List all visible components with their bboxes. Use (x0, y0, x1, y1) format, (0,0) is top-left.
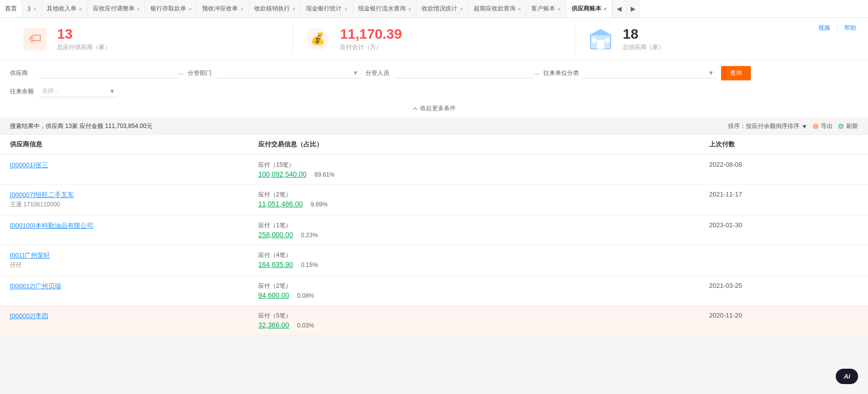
nav-tab-cash-stat-label: 现金银行统计 (306, 4, 342, 13)
filter-balance-select[interactable]: 选择... ▼ (39, 85, 118, 97)
table-body: [000001]张三 应付（15笔） 100,092,540.00 89.61%… (0, 155, 868, 335)
svg-text:💰: 💰 (310, 31, 325, 45)
help-link[interactable]: 帮助 (844, 24, 856, 32)
nav-arrow-left[interactable]: ◀ (612, 0, 626, 17)
stat-total-label: 应付合计（万） (340, 43, 402, 52)
transaction-amount-5[interactable]: 94,600.00 (258, 291, 289, 299)
filter-dept: 分管部门 ▼ (188, 68, 362, 78)
nav-tab-other-income[interactable]: 其他收入单 × (42, 0, 87, 17)
filter-person-label: 分管人员 (365, 69, 390, 77)
svg-text:↑: ↑ (815, 125, 817, 129)
export-button[interactable]: ↑ 导出 (812, 122, 833, 131)
collapse-button[interactable]: 收起更多条件 (10, 102, 858, 115)
nav-tab-adjust[interactable]: 应收应付调整单 × (88, 0, 145, 17)
nav-tab-overdue-close[interactable]: × (518, 6, 521, 12)
nav-tab-prepay-close[interactable]: × (240, 6, 243, 12)
nav-tab-customer-close[interactable]: × (558, 6, 561, 12)
top-navigation: 首页 3 × 其他收入单 × 应收应付调整单 × 银行存取款单 × 预收冲应收单… (0, 0, 868, 18)
supplier-link-1[interactable]: [000001]张三 (10, 161, 48, 169)
transaction-cell-1: 应付（15笔） 100,092,540.00 89.61% (258, 161, 709, 178)
nav-tab-collect-close[interactable]: × (292, 6, 295, 12)
transaction-pct-5: 0.08% (297, 292, 314, 299)
filter-supplier-dots[interactable]: ··· (178, 69, 184, 77)
nav-tab-supplier-close[interactable]: × (604, 6, 607, 12)
filter-person: 分管人员 ··· (365, 68, 539, 78)
search-button[interactable]: 查询 (721, 66, 751, 80)
transaction-amount-1[interactable]: 100,092,540.00 (258, 170, 306, 178)
last-pay-cell-6: 2020-11-20 (709, 312, 858, 319)
stat-total-suppliers: 18 总供应商（家） (575, 24, 858, 54)
nav-tab-customer[interactable]: 客户账本 × (526, 0, 566, 17)
results-info: 搜索结果中，供应商 13家 应付金额 111,703,854.00元 (10, 122, 152, 131)
supplier-link-6[interactable]: [000002]李四 (10, 312, 48, 320)
transaction-label-1: 应付（15笔） (258, 161, 709, 169)
nav-tab-prepay[interactable]: 预收冲应收单 × (197, 0, 249, 17)
nav-tab-supplier[interactable]: 供应商账本 × (567, 0, 612, 17)
nav-tab-adjust-close[interactable]: × (137, 6, 140, 12)
refresh-button[interactable]: ↻ 刷新 (838, 122, 858, 131)
transaction-pct-6: 0.03% (297, 322, 314, 329)
nav-tab-3-close[interactable]: × (33, 6, 36, 12)
collapse-text: 收起更多条件 (420, 104, 456, 113)
nav-tab-other-income-close[interactable]: × (79, 6, 82, 12)
sort-button[interactable]: 排序：按应付余额倒序排序 ▼ (728, 122, 807, 131)
table-row: [001]广州荣轩 仔仔 应付（4笔） 164,635.90 0.15% (0, 245, 868, 276)
transaction-amount-4[interactable]: 164,635.90 (258, 261, 293, 268)
nav-tab-cash-stat[interactable]: 现金银行统计 × (301, 0, 353, 17)
nav-tab-3[interactable]: 3 × (22, 0, 42, 17)
svg-marker-5 (589, 29, 613, 35)
nav-tab-bank-close[interactable]: × (189, 6, 192, 12)
collapse-icon (412, 106, 418, 112)
last-pay-cell-5: 2021-03-25 (709, 282, 858, 289)
table-row: [000012]广州贝瑞 应付（2笔） 94,600.00 0.08% 2021… (0, 276, 868, 306)
transaction-cell-6: 应付（5笔） 32,366.00 0.03% (258, 312, 709, 329)
nav-tab-bank[interactable]: 银行存取款单 × (145, 0, 197, 17)
filter-balance-value: 选择... (42, 87, 59, 95)
supplier-link-4[interactable]: [001]广州荣轩 (10, 252, 50, 259)
transaction-row-1: 100,092,540.00 89.61% (258, 169, 709, 178)
svg-rect-6 (597, 40, 604, 49)
supplier-cell-6: [000002]李四 (10, 312, 258, 321)
nav-tab-home[interactable]: 首页 (0, 0, 22, 17)
stat-icon-store (585, 24, 615, 54)
transaction-cell-2: 应付（2笔） 11,051,486.00 9.89% (258, 191, 709, 208)
supplier-link-5[interactable]: [000012]广州贝瑞 (10, 282, 61, 290)
link-divider: ｜ (834, 24, 840, 32)
stat-suppliers-content: 18 总供应商（家） (623, 26, 664, 52)
nav-tab-collect-label: 收款核销执行 (254, 4, 290, 13)
nav-tab-cash-flow-close[interactable]: × (408, 6, 411, 12)
filter-supplier-input[interactable] (39, 68, 178, 78)
supplier-cell-5: [000012]广州贝瑞 (10, 282, 258, 291)
nav-tab-collect-stat-label: 收款情况统计 (422, 4, 457, 13)
transaction-amount-6[interactable]: 32,366.00 (258, 321, 289, 329)
supplier-link-2[interactable]: [000007]恒旺二手叉车 (10, 191, 74, 198)
nav-tab-collect-stat-close[interactable]: × (460, 6, 463, 12)
transaction-pct-2: 9.89% (311, 201, 328, 208)
nav-tab-cash-stat-close[interactable]: × (344, 6, 347, 12)
filter-person-dots[interactable]: ··· (533, 69, 539, 77)
nav-tab-overdue[interactable]: 超期应收款查询 × (469, 0, 526, 17)
last-pay-1: 2022-08-08 (709, 161, 742, 168)
nav-tab-collect[interactable]: 收款核销执行 × (249, 0, 301, 17)
filter-supplier: 供应商 ··· (10, 68, 184, 78)
stat-payable-label: 总应付供应商（家） (57, 43, 111, 52)
filter-dept-select[interactable]: ▼ (217, 68, 362, 78)
nav-tab-cash-flow[interactable]: 现金银行流水查询 × (353, 0, 417, 17)
refresh-label: 刷新 (846, 122, 858, 131)
transaction-cell-5: 应付（2笔） 94,600.00 0.08% (258, 282, 709, 299)
nav-arrow-right[interactable]: ▶ (626, 0, 640, 17)
filter-person-input[interactable] (394, 68, 533, 78)
stats-bar: 🏷 13 总应付供应商（家） 💰 11,170.39 应付合计（万） (0, 18, 868, 60)
results-actions: 排序：按应付余额倒序排序 ▼ ↑ 导出 ↻ 刷新 (728, 122, 858, 131)
nav-tab-collect-stat[interactable]: 收款情况统计 × (417, 0, 468, 17)
stat-payable-number: 13 (57, 26, 111, 43)
filter-category: 往来单位分类 ▼ (543, 68, 717, 78)
transaction-amount-3[interactable]: 258,000.00 (258, 231, 293, 239)
filter-category-select[interactable]: ▼ (583, 68, 717, 78)
video-link[interactable]: 视频 (818, 24, 830, 32)
last-pay-cell-2: 2021-11-17 (709, 191, 858, 198)
transaction-row-6: 32,366.00 0.03% (258, 320, 709, 329)
supplier-link-3[interactable]: [000100]本特勤油品有限公司 (10, 222, 93, 229)
svg-text:🏷: 🏷 (28, 31, 41, 45)
transaction-amount-2[interactable]: 11,051,486.00 (258, 200, 303, 208)
